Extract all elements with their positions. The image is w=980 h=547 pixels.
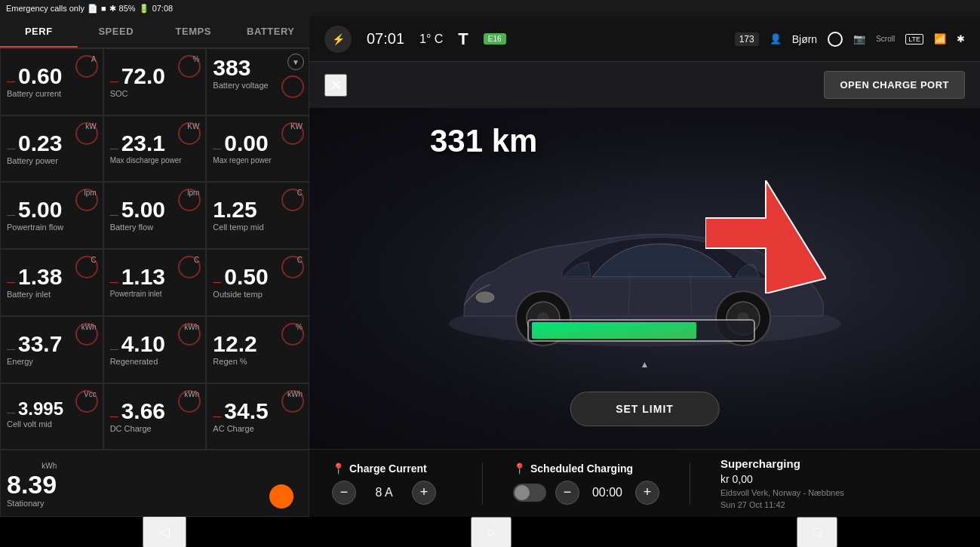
circle-icon [828, 32, 843, 47]
supercharging-date: Sun 27 Oct 11:42 [720, 500, 844, 509]
bluetooth-top-icon: ✱ [957, 33, 965, 45]
toggle-knob [515, 485, 530, 500]
nav-bar: ◁ ○ □ [0, 517, 980, 547]
metrics-grid: A — 0.60 Battery current % — 72.0 SOC [0, 48, 309, 517]
gauge-circle5 [178, 122, 201, 145]
red-dash-icon2: — [110, 76, 118, 85]
gauge-circle13 [75, 323, 98, 346]
svg-marker-13 [705, 180, 826, 293]
location-icon-2: 📍 [513, 462, 526, 475]
metric-cell-temp: C 1.25 Cell temp mid [206, 182, 309, 249]
red-arrow [705, 180, 826, 297]
charge-current-label: 📍 Charge Current [332, 462, 452, 475]
status-bar-left: Emergency calls only 📄 ■ ✱ 85% 🔋 07:08 [6, 4, 173, 14]
emergency-text: Emergency calls only [6, 4, 84, 13]
tab-speed[interactable]: SPEED [78, 17, 155, 48]
battery-icon: 🔋 [139, 4, 149, 14]
supercharging-section: Supercharging kr 0,00 Eidsvoll Verk, Nor… [690, 457, 844, 509]
metric-battery-current: A — 0.60 Battery current [0, 48, 103, 115]
gauge-circle4 [75, 122, 98, 145]
scheduled-time-decrease[interactable]: − [555, 481, 579, 505]
gauge-circle6 [281, 122, 304, 145]
supercharging-location: Eidsvoll Verk, Norway - Næbbnes [720, 488, 844, 497]
open-charge-port-button[interactable]: OPEN CHARGE PORT [824, 71, 965, 99]
gauge-circle15 [281, 323, 304, 346]
tab-bar: PERF SPEED TEMPS BATTERY [0, 17, 309, 48]
set-limit-button[interactable]: SET LIMIT [570, 392, 720, 426]
charge-current-controls: − 8 A + [332, 481, 452, 505]
metric-dc-charge: kWh — 3.66 DC Charge [103, 383, 207, 450]
bottom-controls: 📍 Charge Current − 8 A + 📍 Scheduled Cha… [309, 449, 980, 517]
wifi-icon: ■ [101, 4, 106, 13]
tab-battery[interactable]: BATTERY [232, 17, 310, 48]
metric-stationary: kWh 8.39 Stationary [0, 450, 309, 517]
red-dash-4: — [110, 143, 118, 152]
charge-current-decrease[interactable]: − [332, 481, 356, 505]
lte-badge: LTE [905, 34, 923, 45]
right-panel: ⚡ 07:01 1° C T E16 173 👤 Bjørn 📷 Scroll … [309, 17, 980, 517]
tab-temps[interactable]: TEMPS [155, 17, 232, 48]
camera-icon: 📷 [853, 33, 865, 45]
charger-icon: ⚡ [324, 26, 352, 53]
time-text: 07:08 [152, 4, 174, 13]
red-dash-icon: — [7, 76, 15, 85]
scheduled-charging-label: 📍 Scheduled Charging [513, 462, 659, 475]
gauge-circle3 [281, 75, 304, 98]
gauge-circle18 [281, 390, 304, 413]
car-container [419, 173, 871, 384]
charge-header: ✕ OPEN CHARGE PORT [309, 62, 980, 108]
scheduled-time-value: 00:00 [588, 486, 626, 499]
battery-level: 173 [735, 32, 759, 46]
status-bar: Emergency calls only 📄 ■ ✱ 85% 🔋 07:08 [0, 0, 980, 17]
left-panel: PERF SPEED TEMPS BATTERY A — 0.60 Batter… [0, 17, 309, 517]
outside-temp-display: 1° C [419, 32, 443, 46]
metric-regen-pct: % 12.2 Regen % [206, 316, 309, 383]
tesla-top-bar: ⚡ 07:01 1° C T E16 173 👤 Bjørn 📷 Scroll … [309, 17, 980, 62]
tab-perf[interactable]: PERF [0, 17, 78, 48]
metric-cell-volt: Vcc — 3.995 Cell volt mid [0, 383, 103, 450]
top-right-icons: 173 👤 Bjørn 📷 Scroll LTE 📶 ✱ [735, 32, 965, 47]
document-icon: 📄 [88, 4, 98, 14]
metric-max-regen: KW — 0.00 Max regen power [206, 115, 309, 183]
gauge-circle10 [75, 256, 98, 278]
charge-current-value: 8 A [365, 486, 403, 499]
scheduled-charging-toggle[interactable] [513, 484, 546, 502]
gauge-circle14 [178, 323, 201, 346]
tesla-logo: T [458, 29, 468, 49]
charge-current-increase[interactable]: + [412, 481, 436, 505]
close-button[interactable]: ✕ [324, 74, 347, 97]
soc-badge: E16 [484, 33, 506, 45]
gauge-circle7 [75, 189, 98, 211]
red-dash-5: — [213, 143, 221, 152]
recent-button[interactable]: □ [797, 517, 838, 548]
metric-ac-charge: kWh — 34.5 AC Charge [206, 383, 309, 450]
metric-battery-flow: lpm — 5.00 Battery flow [103, 182, 207, 249]
metric-outside-temp: C — 0.50 Outside temp [206, 249, 309, 316]
chevron-down-icon: ▼ [292, 58, 300, 66]
car-visualization: 331 km [309, 108, 980, 449]
range-display: 331 km [430, 123, 537, 159]
home-button[interactable]: ○ [471, 517, 512, 548]
tesla-time: 07:01 [367, 30, 404, 48]
gauge-circle [75, 55, 98, 78]
metric-regenerated: kWh — 4.10 Regenerated [103, 316, 207, 383]
scheduled-charging-controls: − 00:00 + [513, 481, 659, 505]
orange-dot [269, 484, 293, 509]
gauge-circle12 [281, 256, 304, 278]
bluetooth-icon: ✱ [109, 4, 116, 14]
metric-max-discharge: KW — 23.1 Max discharge power [103, 115, 207, 183]
signal-icon: 📶 [934, 33, 946, 45]
gauge-circle16 [75, 390, 98, 413]
metric-battery-voltage: 383 Battery voltage ▼ [206, 48, 309, 115]
svg-point-12 [476, 292, 494, 303]
metric-powertrain-inlet: C — 1.13 Powertrain inlet [103, 249, 207, 316]
driver-name: Bjørn [792, 33, 817, 45]
scroll-label: Scroll [876, 35, 895, 43]
metric-battery-inlet: C — 1.38 Battery inlet [0, 249, 103, 316]
dropdown-btn[interactable]: ▼ [287, 54, 304, 70]
supercharging-title: Supercharging [720, 457, 844, 470]
back-button[interactable]: ◁ [143, 516, 186, 547]
scheduled-time-increase[interactable]: + [635, 481, 659, 505]
red-dash-3: — [7, 143, 15, 152]
location-icon-1: 📍 [332, 462, 345, 475]
